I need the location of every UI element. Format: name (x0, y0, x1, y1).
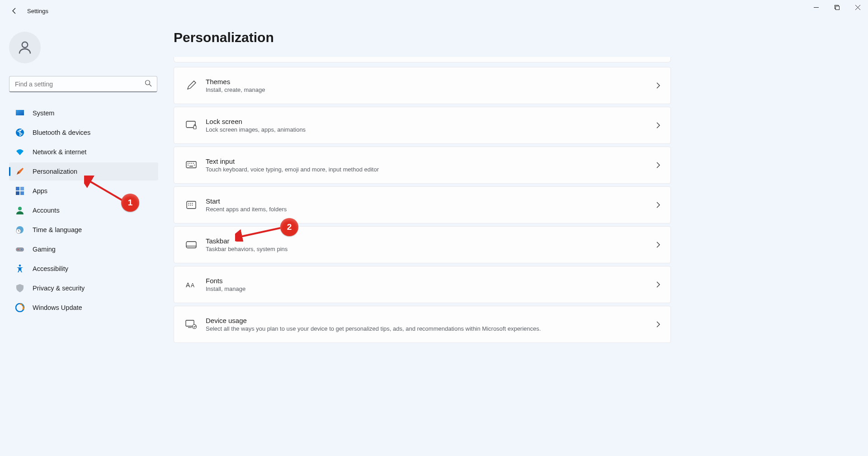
search-input[interactable] (9, 76, 157, 92)
svg-point-16 (21, 249, 23, 250)
card-text: Themes Install, create, manage (206, 78, 265, 93)
svg-rect-7 (16, 187, 19, 190)
sidebar-item-label: System (33, 109, 54, 117)
card-title: Device usage (206, 317, 541, 324)
svg-point-42 (193, 325, 197, 329)
card-text: Fonts Install, manage (206, 277, 245, 292)
maximize-icon (835, 5, 840, 10)
card-subtitle: Select all the ways you plan to use your… (206, 325, 541, 332)
svg-point-30 (189, 203, 189, 204)
svg-point-33 (189, 205, 189, 206)
chevron-right-icon (656, 321, 660, 328)
taskbar-icon (183, 241, 199, 248)
page-title: Personalization (174, 30, 854, 45)
card-textinput[interactable]: Text input Touch keyboard, voice typing,… (174, 147, 671, 184)
sidebar: System Bluetooth & devices Network & int… (0, 22, 163, 456)
wifi-icon (15, 147, 24, 157)
sidebar-item-system[interactable]: System (9, 104, 158, 122)
sidebar-item-network[interactable]: Network & internet (9, 143, 158, 161)
svg-text:A: A (186, 281, 190, 289)
sidebar-item-label: Gaming (33, 246, 56, 253)
minimize-button[interactable] (806, 0, 826, 14)
sidebar-item-privacy[interactable]: Privacy & security (9, 279, 158, 297)
svg-point-2 (22, 42, 28, 48)
card-fonts[interactable]: AA Fonts Install, manage (174, 266, 671, 303)
card-subtitle: Taskbar behaviors, system pins (206, 246, 288, 252)
chevron-right-icon (656, 281, 660, 288)
svg-point-17 (19, 265, 21, 267)
card-text: Device usage Select all the ways you pla… (206, 317, 541, 332)
svg-point-27 (194, 165, 195, 166)
card-lockscreen[interactable]: Lock screen Lock screen images, apps, an… (174, 107, 671, 144)
main-layout: System Bluetooth & devices Network & int… (0, 22, 868, 456)
sidebar-item-label: Bluetooth & devices (33, 129, 90, 136)
svg-point-22 (188, 163, 189, 164)
card-themes[interactable]: Themes Install, create, manage (174, 67, 671, 104)
sidebar-item-label: Network & internet (33, 148, 86, 156)
svg-point-11 (18, 207, 22, 210)
card-title: Fonts (206, 277, 245, 285)
svg-point-24 (191, 163, 192, 164)
settings-card-list: Themes Install, create, manage Lock scre… (174, 57, 671, 343)
avatar[interactable] (9, 32, 41, 63)
svg-rect-20 (193, 126, 196, 129)
chevron-right-icon (656, 82, 660, 89)
paintbrush-icon (15, 167, 24, 176)
sidebar-item-gaming[interactable]: Gaming (9, 240, 158, 258)
accounts-icon (15, 206, 24, 215)
svg-rect-8 (20, 187, 24, 190)
chevron-right-icon (656, 201, 660, 209)
sidebar-item-label: Personalization (33, 168, 77, 175)
maximize-button[interactable] (826, 0, 847, 14)
card-deviceusage[interactable]: Device usage Select all the ways you pla… (174, 306, 671, 343)
back-button[interactable] (5, 2, 24, 20)
svg-point-23 (189, 163, 190, 164)
previous-card-peek (174, 57, 671, 62)
card-text: Text input Touch keyboard, voice typing,… (206, 157, 379, 173)
system-icon (15, 109, 24, 118)
bluetooth-icon (15, 128, 24, 137)
svg-point-31 (190, 203, 191, 204)
svg-rect-29 (187, 201, 196, 209)
sidebar-item-bluetooth[interactable]: Bluetooth & devices (9, 124, 158, 142)
sidebar-item-label: Accounts (33, 207, 60, 214)
sidebar-item-update[interactable]: Windows Update (9, 299, 158, 317)
sidebar-item-label: Time & language (33, 226, 82, 233)
sidebar-item-label: Apps (33, 187, 47, 195)
svg-rect-28 (189, 166, 193, 167)
gamepad-icon (15, 245, 24, 254)
badge-number: 1 (128, 198, 133, 208)
search-icon (145, 80, 152, 87)
window-controls (806, 0, 868, 14)
chevron-right-icon (656, 241, 660, 248)
card-start[interactable]: Start Recent apps and items, folders (174, 186, 671, 223)
pen-icon (183, 81, 199, 90)
svg-line-43 (88, 180, 125, 202)
back-arrow-icon (11, 7, 18, 14)
card-title: Text input (206, 157, 379, 165)
titlebar: Settings (0, 0, 868, 22)
device-usage-icon (183, 320, 199, 329)
update-icon (15, 303, 24, 312)
close-icon (855, 5, 860, 10)
annotation-badge-2: 2 (280, 218, 298, 236)
close-button[interactable] (847, 0, 868, 14)
svg-point-26 (188, 165, 189, 166)
svg-point-32 (192, 203, 193, 204)
fonts-icon: AA (183, 280, 199, 289)
person-icon (17, 39, 33, 56)
start-icon (183, 201, 199, 209)
sidebar-item-accessibility[interactable]: Accessibility (9, 260, 158, 278)
annotation-arrow-2 (235, 223, 285, 242)
sidebar-item-personalization[interactable]: Personalization (9, 162, 158, 180)
sidebar-item-time[interactable]: Time & language (9, 221, 158, 239)
shield-icon (15, 284, 24, 293)
minimize-icon (814, 5, 819, 10)
svg-rect-21 (186, 162, 196, 168)
card-subtitle: Install, manage (206, 285, 245, 292)
svg-point-3 (146, 81, 150, 85)
card-subtitle: Install, create, manage (206, 86, 265, 93)
sidebar-item-label: Accessibility (33, 265, 68, 272)
svg-rect-14 (16, 247, 24, 252)
svg-rect-36 (186, 242, 196, 248)
